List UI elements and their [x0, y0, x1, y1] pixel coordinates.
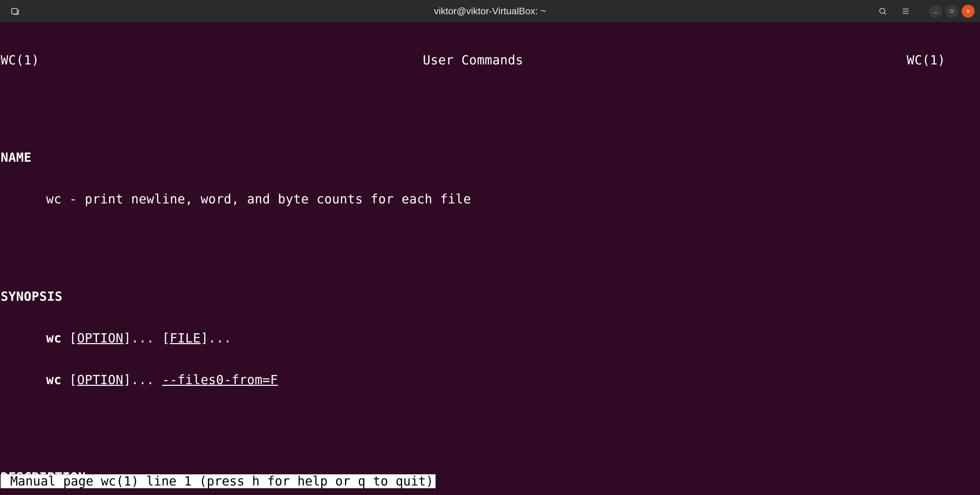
- man-header-center: User Commands: [423, 53, 523, 67]
- new-tab-button[interactable]: [5, 2, 25, 21]
- search-button[interactable]: [873, 2, 892, 21]
- minimize-button[interactable]: [929, 5, 942, 17]
- close-button[interactable]: [962, 5, 975, 17]
- man-header-line: WC(1) User Commands WC(1): [1, 53, 979, 67]
- terminal-content[interactable]: WC(1) User Commands WC(1) NAME wc - prin…: [0, 22, 980, 495]
- man-header-left: WC(1): [1, 53, 39, 67]
- maximize-icon: [950, 9, 954, 14]
- synopsis-line-1: wc [OPTION]... [FILE]...: [1, 331, 979, 345]
- search-icon: [878, 7, 887, 16]
- section-heading-synopsis: SYNOPSIS: [1, 290, 979, 303]
- menu-button[interactable]: [896, 2, 916, 21]
- titlebar: viktor@viktor-VirtualBox: ~: [0, 0, 980, 22]
- synopsis-line-2: wc [OPTION]... --files0-from=F: [1, 373, 979, 387]
- hamburger-icon: [901, 7, 910, 16]
- status-line: Manual page wc(1) line 1 (press h for he…: [1, 474, 436, 488]
- section-heading-name: NAME: [1, 151, 979, 165]
- man-header-right: WC(1): [907, 53, 979, 67]
- svg-rect-2: [950, 10, 953, 12]
- name-text: wc - print newline, word, and byte count…: [1, 192, 979, 206]
- svg-rect-0: [12, 8, 17, 14]
- minimize-icon: [933, 8, 938, 14]
- close-icon: [966, 8, 971, 14]
- svg-point-1: [880, 8, 885, 13]
- maximize-button[interactable]: [945, 5, 958, 17]
- window-title: viktor@viktor-VirtualBox: ~: [0, 4, 980, 18]
